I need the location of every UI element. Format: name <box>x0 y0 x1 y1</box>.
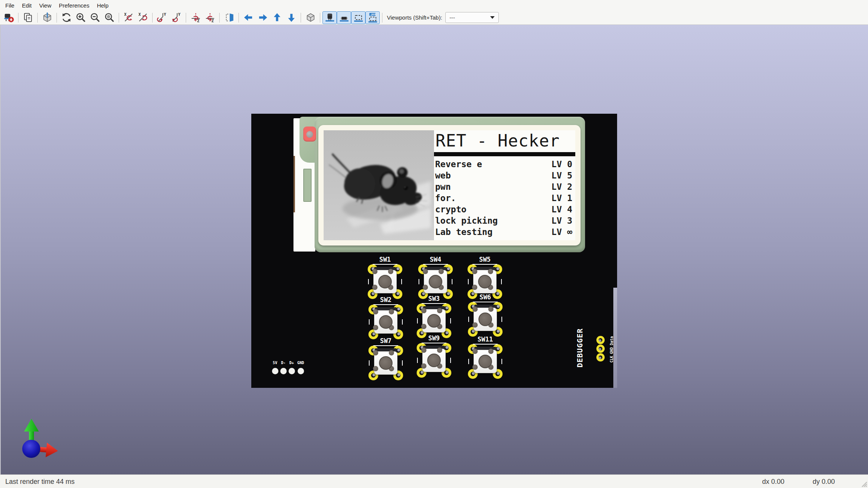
switch-label-underline <box>422 303 446 304</box>
zoom-out-button[interactable] <box>88 11 102 24</box>
silkscreen-dash <box>501 317 502 322</box>
switch-corner-pin <box>423 269 428 274</box>
skill-row: Lab testingLV ∞ <box>434 226 575 238</box>
switch-label-underline <box>373 345 398 346</box>
menu-help[interactable]: Help <box>93 1 112 10</box>
debugger-pad <box>596 353 605 361</box>
switch-corner-pin <box>488 307 494 312</box>
show-tht-models-button[interactable] <box>322 11 337 24</box>
usb-pad-hole <box>280 368 287 374</box>
toolbar-separator <box>186 13 186 23</box>
3d-viewport[interactable]: RET - Hecker Reverse eLV 0webLV 5pwnLV 2… <box>0 25 868 474</box>
switch-label: SW2 <box>368 296 404 303</box>
skill-row: Reverse eLV 0 <box>434 159 575 170</box>
status-bar: Last render time 44 ms dx 0.00 dy 0.00 <box>0 474 868 488</box>
usb-pad-hole <box>272 368 278 374</box>
menu-edit[interactable]: Edit <box>18 1 35 10</box>
svg-text:X: X <box>138 12 141 17</box>
menu-preferences[interactable]: Preferences <box>55 1 93 10</box>
silkscreen-dash <box>450 318 451 323</box>
switch-body <box>374 310 397 334</box>
silkscreen-dash <box>417 318 418 323</box>
refresh-view-button[interactable] <box>59 11 73 24</box>
switch-label: SW3 <box>416 295 452 302</box>
silkscreen-dash <box>401 279 402 284</box>
rotate-x-ccw-icon: X <box>138 12 148 23</box>
switch-sw6: SW6 <box>467 294 503 336</box>
resize-grip[interactable] <box>859 479 867 487</box>
zoom-in-button[interactable] <box>73 11 88 24</box>
switch-plunger <box>427 314 441 328</box>
svg-text:Y: Y <box>178 12 180 17</box>
skill-level: LV 0 <box>552 159 572 169</box>
show-virtual-models-button[interactable] <box>351 11 365 24</box>
pcb-side-edge <box>613 288 617 388</box>
silkscreen-dash <box>368 279 369 284</box>
switch-corner-pin <box>472 322 478 328</box>
switch-corner-pin <box>421 363 426 369</box>
rotate-z-cw-button[interactable]: Z <box>188 11 203 24</box>
switch-corner-pin <box>423 285 428 290</box>
skill-name: Lab testing <box>435 227 492 237</box>
render-cube-icon <box>42 12 53 23</box>
render-cube-button[interactable] <box>40 11 54 24</box>
debugger-pad <box>596 345 605 353</box>
flip-board-icon <box>224 12 235 23</box>
usb-pad-label: D- <box>279 361 288 365</box>
z-axis-sphere <box>22 440 40 458</box>
skill-name: lock picking <box>435 216 498 226</box>
ortho-view-button[interactable] <box>303 11 318 24</box>
switch-plunger <box>429 275 442 288</box>
switch-label-underline <box>473 344 498 345</box>
silkscreen-dash <box>419 279 419 284</box>
switch-body <box>374 351 397 375</box>
silkscreen-dash <box>468 317 469 322</box>
mouse-photo <box>324 130 434 240</box>
switch-corner-pin <box>472 307 478 312</box>
rotate-z-ccw-button[interactable]: Z <box>203 11 217 24</box>
toolbar-separator <box>301 13 301 23</box>
switch-plunger <box>478 275 492 288</box>
menu-file[interactable]: File <box>2 1 18 10</box>
show-smd-models-button[interactable] <box>337 11 351 24</box>
menu-bar: FileEditViewPreferencesHelp <box>0 0 868 11</box>
show-pos-file-models-button[interactable]: .pos <box>365 11 380 24</box>
switch-label-underline <box>373 304 398 305</box>
silkscreen-dash <box>450 358 451 363</box>
title-divider <box>434 152 575 156</box>
display-module-slot <box>303 169 312 202</box>
flip-board-button[interactable] <box>222 11 236 24</box>
rotate-x-cw-button[interactable]: X <box>121 11 136 24</box>
menu-view[interactable]: View <box>35 1 55 10</box>
pan-right-button[interactable] <box>255 11 270 24</box>
skill-row: webLV 5 <box>434 170 575 181</box>
copy-image-button[interactable] <box>21 11 35 24</box>
switch-label: SW7 <box>368 337 404 344</box>
rotate-y-ccw-button[interactable]: Y <box>169 11 183 24</box>
pan-up-button[interactable] <box>270 11 284 24</box>
usb-pad-5v: 5V <box>270 361 280 374</box>
viewports-dropdown[interactable]: --- <box>445 12 499 23</box>
reload-board-button[interactable] <box>2 11 16 24</box>
toolbar-separator <box>57 13 57 23</box>
latch-knob <box>306 131 313 138</box>
switch-corner-pin <box>421 324 426 329</box>
switch-label: SW11 <box>467 336 503 343</box>
show-virtual-models-icon <box>353 12 364 23</box>
pan-down-button[interactable] <box>284 11 298 24</box>
rotate-y-cw-button[interactable]: Y <box>155 11 169 24</box>
switch-corner-pin <box>488 269 493 274</box>
pan-left-button[interactable] <box>241 11 255 24</box>
switch-label: SW6 <box>467 294 503 300</box>
zoom-fit-icon <box>104 12 115 23</box>
zoom-fit-button[interactable] <box>102 11 116 24</box>
chevron-down-icon <box>490 16 495 19</box>
switch-sw3: SW3 <box>416 295 452 337</box>
switch-body <box>474 308 497 331</box>
rotate-x-ccw-button[interactable]: X <box>136 11 150 24</box>
switch-sw7: SW7 <box>368 337 404 380</box>
silkscreen-dash <box>468 279 469 284</box>
reload-board-icon <box>3 12 14 23</box>
svg-text:Z: Z <box>211 18 214 23</box>
switch-body <box>422 309 446 332</box>
